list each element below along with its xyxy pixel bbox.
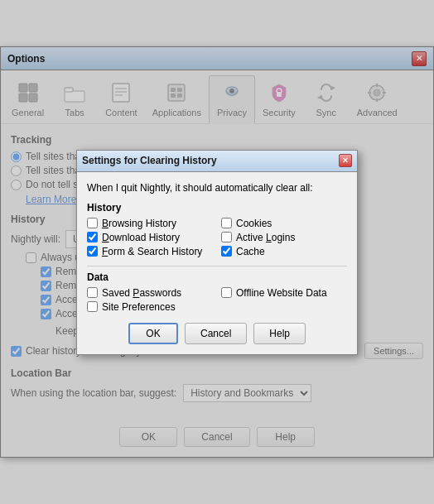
modal-download-history-row: Download History (87, 232, 213, 243)
modal-data-title: Data (87, 271, 347, 283)
modal-browsing-history-label[interactable]: Browsing History (87, 218, 176, 229)
modal-form-search-text: Form & Search History (102, 246, 202, 257)
modal-ok-button[interactable]: OK (128, 323, 178, 344)
modal-download-history-checkbox[interactable] (87, 232, 98, 242)
modal-form-search-label[interactable]: Form & Search History (87, 246, 202, 257)
modal-browsing-history-row: Browsing History (87, 218, 213, 229)
modal-cookies-text: Cookies (236, 218, 272, 229)
modal-cookies-label[interactable]: Cookies (221, 218, 272, 229)
modal-browsing-history-checkbox[interactable] (87, 218, 98, 228)
modal-overlay: Settings for Clearing History ✕ When I q… (0, 0, 434, 504)
modal-saved-passwords-text: Saved Passwords (102, 287, 181, 299)
modal-title-bar: Settings for Clearing History ✕ (77, 151, 357, 172)
modal-description: When I quit Nightly, it should automatic… (87, 182, 347, 194)
modal-cancel-button[interactable]: Cancel (185, 323, 247, 344)
modal-help-button[interactable]: Help (253, 323, 306, 344)
modal-site-preferences-label[interactable]: Site Preferences (87, 301, 176, 313)
modal-cache-checkbox[interactable] (221, 246, 232, 257)
modal-download-history-text: Download History (102, 232, 180, 243)
modal-offline-data-checkbox[interactable] (221, 287, 232, 298)
modal-site-preferences-checkbox[interactable] (87, 301, 98, 312)
modal-cache-text: Cache (236, 246, 265, 257)
modal-cache-row: Cache (221, 246, 347, 257)
modal-content: When I quit Nightly, it should automatic… (77, 172, 357, 354)
modal-active-logins-label[interactable]: Active Logins (221, 232, 295, 243)
modal-history-items: Browsing History Cookies Download Histor… (87, 218, 347, 257)
modal-form-search-checkbox[interactable] (87, 246, 98, 257)
modal-title: Settings for Clearing History (82, 155, 217, 166)
modal-offline-data-text: Offline Website Data (236, 287, 327, 299)
modal-site-preferences-row: Site Preferences (87, 301, 213, 313)
modal-saved-passwords-label[interactable]: Saved Passwords (87, 287, 181, 299)
modal-cookies-checkbox[interactable] (221, 218, 232, 228)
modal-saved-passwords-checkbox[interactable] (87, 287, 98, 298)
modal-divider (87, 266, 347, 266)
modal-form-search-row: Form & Search History (87, 246, 213, 257)
modal-active-logins-row: Active Logins (221, 232, 347, 243)
modal-download-history-label[interactable]: Download History (87, 232, 180, 243)
modal-browsing-history-text: Browsing History (102, 218, 176, 229)
modal-active-logins-text: Active Logins (236, 232, 295, 243)
modal-cookies-row: Cookies (221, 218, 347, 229)
modal-dialog: Settings for Clearing History ✕ When I q… (76, 150, 358, 355)
modal-active-logins-checkbox[interactable] (221, 232, 232, 242)
modal-cache-label[interactable]: Cache (221, 246, 265, 257)
modal-site-preferences-text: Site Preferences (102, 301, 176, 313)
modal-close-button[interactable]: ✕ (339, 154, 352, 167)
modal-offline-data-label[interactable]: Offline Website Data (221, 287, 327, 299)
modal-saved-passwords-row: Saved Passwords (87, 287, 213, 299)
modal-history-title: History (87, 202, 347, 214)
modal-buttons: OK Cancel Help (87, 323, 347, 344)
modal-data-items: Saved Passwords Offline Website Data Sit… (87, 287, 347, 313)
modal-offline-data-row: Offline Website Data (221, 287, 347, 299)
